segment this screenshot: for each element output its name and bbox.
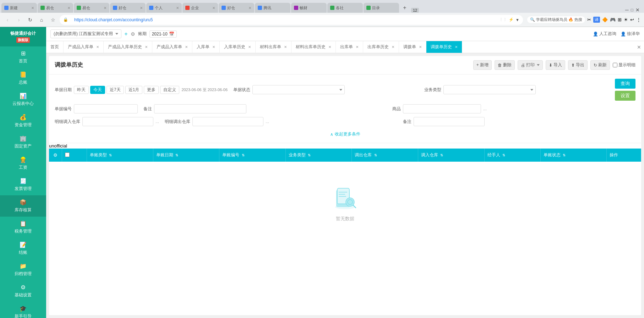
sidebar-item-close[interactable]: 📝 结账 xyxy=(0,238,46,259)
tab-close[interactable]: ✕ xyxy=(104,6,107,10)
tab-material-out-history[interactable]: 材料出库单历史 ✕ xyxy=(291,41,336,53)
th-handler[interactable]: 经手人 ⇅ xyxy=(484,149,540,162)
window-minimize[interactable]: ─ xyxy=(625,7,629,13)
tab-product-in[interactable]: 产成品入库单 ✕ xyxy=(64,41,104,53)
browser-tab-10[interactable]: 各社 xyxy=(327,3,363,13)
tab-close[interactable]: ✕ xyxy=(140,6,143,10)
browser-tab-11[interactable]: 目录 xyxy=(364,3,399,13)
tab-outbound-history[interactable]: 出库单历史 ✕ xyxy=(363,41,399,53)
tab-close[interactable]: ✕ xyxy=(212,45,215,49)
warehouse-in-more-icon[interactable]: ... xyxy=(155,119,159,124)
sidebar-item-home[interactable]: ⊞ 首页 xyxy=(0,46,46,68)
browser-tab-4[interactable]: 好仓 ✕ xyxy=(110,3,146,13)
th-bill-date[interactable]: 单账日期 ⇅ xyxy=(153,149,219,162)
browser-tab-1[interactable]: 新建 ✕ xyxy=(1,3,37,13)
company-selector[interactable]: (勿删勿禁用) 江西服宝测试专用 xyxy=(50,29,121,38)
select-all-checkbox[interactable] xyxy=(65,152,70,157)
tab-outbound[interactable]: 出库单 ✕ xyxy=(336,41,363,53)
address-bar[interactable] xyxy=(70,15,497,25)
sidebar-item-payroll[interactable]: 👷 工资 xyxy=(0,153,46,174)
browser-tab-9[interactable]: 畅财 xyxy=(291,3,327,13)
reload-button[interactable]: ↻ xyxy=(26,15,35,24)
window-close[interactable]: ✕ xyxy=(635,7,640,13)
warehouse-out-input[interactable] xyxy=(192,117,263,126)
tab-home[interactable]: 首页 xyxy=(46,41,64,53)
yesterday-btn[interactable]: 昨天 xyxy=(74,86,89,94)
today-btn[interactable]: 今天 xyxy=(90,86,105,94)
status-select[interactable] xyxy=(252,85,345,94)
browser-tab-2[interactable]: 易仓 ✕ xyxy=(38,3,73,13)
goods-input[interactable] xyxy=(403,104,481,113)
th-checkbox[interactable] xyxy=(62,149,87,162)
tab-transfer[interactable]: 调拨单 ✕ xyxy=(399,41,426,53)
close-all-btn[interactable]: ✕ xyxy=(634,44,644,50)
grid-icon[interactable]: ⊞ xyxy=(618,17,622,22)
bookmark-button[interactable]: ☆ xyxy=(48,15,58,24)
goods-more-icon[interactable]: ... xyxy=(483,106,487,111)
business-type-select[interactable] xyxy=(443,85,536,94)
show-detail-checkbox[interactable] xyxy=(613,63,617,67)
bill-number-input[interactable] xyxy=(74,104,138,113)
tab-close[interactable]: ✕ xyxy=(328,45,331,49)
tab-close[interactable]: ✕ xyxy=(212,6,215,10)
browser-tab-3[interactable]: 易仓 ✕ xyxy=(74,3,109,13)
browser-tab-7[interactable]: 好仓 ✕ xyxy=(219,3,254,13)
tab-close[interactable]: ✕ xyxy=(185,45,188,49)
sidebar-item-reports[interactable]: 📊 云报表中心 xyxy=(0,89,46,110)
warehouse-in-input[interactable] xyxy=(82,117,153,126)
query-btn[interactable]: 查询 xyxy=(615,79,635,89)
1month-btn[interactable]: 近1月 xyxy=(125,86,143,94)
extension-icon-1[interactable]: 🔶 xyxy=(602,17,608,22)
tab-close[interactable]: ✕ xyxy=(455,45,458,49)
undo-icon[interactable]: ↩ xyxy=(630,17,634,22)
tab-product-in-2[interactable]: 产成品入库单 ✕ xyxy=(152,41,192,53)
import-btn[interactable]: ⬇ 导入 xyxy=(546,60,565,70)
back-button[interactable]: ‹ xyxy=(3,15,12,24)
sidebar-item-settings[interactable]: ⚙ 基础设置 xyxy=(0,280,46,302)
new-tab-btn[interactable]: + xyxy=(400,3,410,13)
th-gear[interactable]: ⚙ xyxy=(49,149,62,162)
tab-close[interactable]: ✕ xyxy=(419,45,422,49)
browser-tab-5[interactable]: 个人 ✕ xyxy=(146,3,182,13)
tab-material-out[interactable]: 材料出库单 ✕ xyxy=(256,41,291,53)
sidebar-item-fund[interactable]: 💰 资金管理 xyxy=(0,110,46,132)
th-out-warehouse[interactable]: 调出仓库 ⇅ xyxy=(352,149,418,162)
menu-icon[interactable]: ⋮ xyxy=(636,17,641,23)
add-company-btn[interactable]: + xyxy=(124,31,127,37)
scissors-icon[interactable]: ✂ xyxy=(587,17,591,22)
th-business-type[interactable]: 业务类型 ⇅ xyxy=(285,149,352,162)
tab-close[interactable]: ✕ xyxy=(176,6,179,10)
tab-close[interactable]: ✕ xyxy=(392,45,394,49)
tab-close[interactable]: ✕ xyxy=(249,6,251,10)
tab-close[interactable]: ✕ xyxy=(96,45,99,49)
tab-inbound-history[interactable]: 入库单历史 ✕ xyxy=(220,41,256,53)
translate-icon[interactable]: 译 xyxy=(593,17,600,23)
tab-close[interactable]: ✕ xyxy=(356,45,359,49)
tab-close[interactable]: ✕ xyxy=(284,45,287,49)
sidebar-item-invoice[interactable]: 🧾 发票管理 xyxy=(0,174,46,195)
window-maximize[interactable]: □ xyxy=(631,7,633,12)
filter-settings-btn[interactable]: 设置 xyxy=(615,91,635,101)
7days-btn[interactable]: 近7天 xyxy=(107,86,124,94)
remark-input[interactable] xyxy=(414,117,485,126)
sidebar-item-tax[interactable]: 📋 税务管理 xyxy=(0,217,46,238)
tab-close[interactable]: ✕ xyxy=(248,45,251,49)
tab-close[interactable]: ✕ xyxy=(145,45,148,49)
more-btn[interactable]: 更多 xyxy=(144,86,159,94)
settings-gear-icon[interactable]: ⚙ xyxy=(131,31,135,37)
delete-btn[interactable]: 🗑 删除 xyxy=(495,60,515,70)
service-btn[interactable]: 👤 人工咨询 xyxy=(593,31,616,37)
th-bill-type[interactable]: 单账类型 ⇅ xyxy=(87,149,153,162)
extension-icon-2[interactable]: 🎮 xyxy=(610,17,616,22)
print-btn[interactable]: 🖨 打印 xyxy=(518,60,543,70)
sidebar-item-inventory[interactable]: 📦 库存核算 xyxy=(0,195,46,217)
tab-product-in-history[interactable]: 产成品入库单历史 ✕ xyxy=(104,41,152,53)
refresh-btn[interactable]: ↻ 刷新 xyxy=(590,60,610,70)
sidebar-item-fixed-assets[interactable]: 🏢 固定资产 xyxy=(0,132,46,153)
warehouse-out-more-icon[interactable]: ... xyxy=(266,119,269,124)
sidebar-item-guide[interactable]: 🎓 新手引导 xyxy=(0,302,46,318)
theme-icon[interactable]: ☀ xyxy=(624,17,628,22)
th-in-warehouse[interactable]: 调入仓库 ⇅ xyxy=(418,149,484,162)
collapse-btn[interactable]: ∧ 收起更多条件 xyxy=(326,130,365,139)
browser-tab-6[interactable]: 企业 ✕ xyxy=(182,3,218,13)
